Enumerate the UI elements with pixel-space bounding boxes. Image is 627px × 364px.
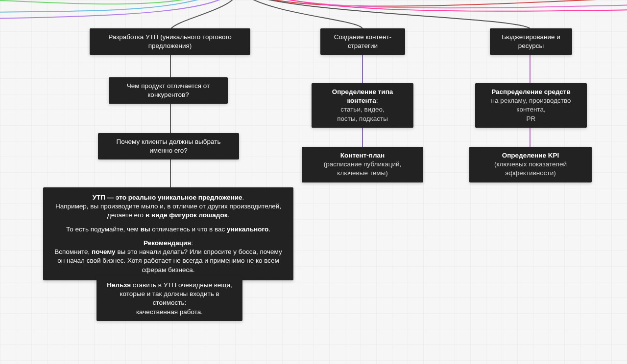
line2: Например, вы производите мыло и, в отлич… bbox=[52, 202, 285, 220]
node-budget-alloc[interactable]: Распределение средств на рекламу, произв… bbox=[475, 83, 587, 128]
node-content-type[interactable]: Определение типа контента: статьи, видео… bbox=[312, 83, 413, 128]
line2: (ключевых показателей эффективности) bbox=[476, 160, 585, 178]
line5: Вспомните, почему вы это начали делать? … bbox=[52, 248, 285, 274]
node-content-title[interactable]: Создание контент-стратегии bbox=[320, 28, 405, 55]
text: Разработка УТП (уникального торгового пр… bbox=[108, 33, 232, 49]
line2: статьи, видео, bbox=[318, 105, 407, 114]
line3: PR bbox=[482, 114, 580, 123]
line4: Рекомендация: bbox=[52, 239, 285, 248]
node-content-plan[interactable]: Контент-план (расписание публикаций, клю… bbox=[302, 147, 423, 182]
node-budget-title[interactable]: Бюджетирование и ресурсы bbox=[490, 28, 572, 55]
line1: Определение типа контента: bbox=[318, 88, 407, 105]
text: Бюджетирование и ресурсы bbox=[502, 33, 560, 49]
line1: Распределение средств bbox=[482, 88, 580, 96]
node-utp-q1[interactable]: Чем продукт отличается от конкурентов? bbox=[109, 77, 228, 104]
line2: на рекламу, производство контента, bbox=[482, 96, 580, 114]
node-utp-title[interactable]: Разработка УТП (уникального торгового пр… bbox=[90, 28, 250, 55]
node-utp-q2[interactable]: Почему клиенты должны выбрать именно его… bbox=[98, 133, 239, 159]
warn-line1: Нельзя ставить в УТП очевидные вещи, bbox=[103, 281, 236, 290]
node-utp-explain[interactable]: УТП — это реально уникальное предложение… bbox=[43, 187, 293, 280]
line2: (расписание публикаций, ключевые темы) bbox=[309, 160, 416, 178]
node-utp-warn[interactable]: Нельзя ставить в УТП очевидные вещи, кот… bbox=[96, 276, 242, 321]
line3: посты, подкасты bbox=[318, 114, 407, 123]
line3: То есть подумайте, чем вы отличаетесь и … bbox=[52, 225, 285, 234]
warn-line2: которые и так должны входить в стоимость… bbox=[103, 290, 236, 307]
warn-line3: качественная работа. bbox=[103, 308, 236, 317]
node-budget-kpi[interactable]: Определение KPI (ключевых показателей эф… bbox=[469, 147, 592, 182]
text: Чем продукт отличается от конкурентов? bbox=[127, 82, 210, 98]
line1: УТП — это реально уникальное предложение… bbox=[52, 193, 285, 202]
text: Создание контент-стратегии bbox=[334, 33, 391, 49]
text: Почему клиенты должны выбрать именно его… bbox=[117, 138, 221, 154]
line1: Контент-план bbox=[309, 151, 416, 160]
line1: Определение KPI bbox=[476, 151, 585, 160]
